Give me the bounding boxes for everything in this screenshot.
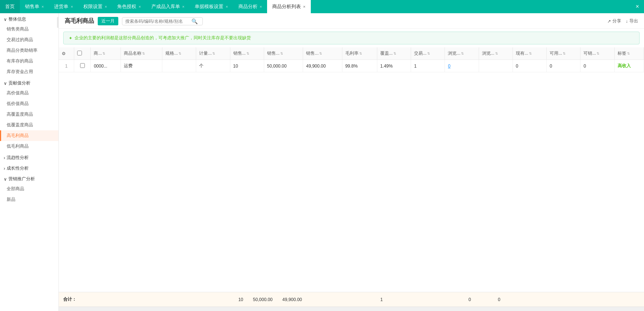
data-table-wrap: ⚙商...⇅商品名称⇅规格...⇅计量...⇅销售...⇅销售...⇅销售...… bbox=[59, 47, 644, 292]
cell-sales_amount: 50,000.00 bbox=[264, 60, 303, 72]
search-icon[interactable]: 🔍 bbox=[191, 18, 198, 24]
col-header-sales_cost[interactable]: 销售...⇅ bbox=[303, 47, 342, 60]
nav-close-icon-6[interactable]: × bbox=[226, 4, 228, 9]
col-header-code[interactable]: 商...⇅ bbox=[91, 47, 120, 60]
time-filter-button[interactable]: 近一月 bbox=[98, 17, 118, 25]
nav-close-icon-4[interactable]: × bbox=[138, 4, 141, 9]
cell-available_stock: 0 bbox=[547, 60, 580, 72]
sort-icon-spec: ⇅ bbox=[179, 52, 181, 55]
footer-sales-cost: 49,900.00 bbox=[276, 297, 306, 302]
col-header-tag[interactable]: 标签⇅ bbox=[614, 47, 644, 60]
sort-icon-sellable_stock: ⇅ bbox=[597, 52, 600, 55]
cell-tag: 高收入 bbox=[614, 60, 644, 72]
col-header-sales_amount[interactable]: 销售...⇅ bbox=[264, 47, 303, 60]
info-icon: ✦ bbox=[69, 36, 72, 41]
sidebar-item-1-1[interactable]: 低价值商品 bbox=[0, 98, 58, 109]
row-checkbox[interactable] bbox=[80, 63, 85, 68]
col-header-transaction[interactable]: 交易...⇅ bbox=[411, 47, 445, 60]
nav-close-icon-5[interactable]: × bbox=[182, 4, 184, 9]
sidebar-item-1-4[interactable]: 高毛利商品 bbox=[0, 130, 58, 141]
footer-sales-amount: 50,000.00 bbox=[247, 297, 276, 302]
cell-index: 1 bbox=[59, 60, 74, 72]
cell-checkbox bbox=[74, 60, 91, 72]
search-input[interactable] bbox=[125, 19, 191, 24]
sort-icon-unit: ⇅ bbox=[212, 52, 215, 55]
sidebar-item-4-0[interactable]: 全部商品 bbox=[0, 184, 58, 194]
sidebar-group-1[interactable]: ∨ 贡献值分析 bbox=[0, 77, 58, 88]
nav-close-icon-1[interactable]: × bbox=[42, 4, 44, 9]
sidebar-group-4[interactable]: ∨ 营销推广分析 bbox=[0, 173, 58, 184]
horizontal-scrollbar[interactable] bbox=[59, 307, 644, 311]
info-tip: ✦ 企业的主要的利润都是这部分商品创造的，可考虑加大推广，同时关注库存是不要出现… bbox=[63, 32, 640, 44]
nav-close-icon-8[interactable]: × bbox=[303, 4, 305, 9]
sidebar-group-0[interactable]: ∨ 整体信息 bbox=[0, 13, 58, 24]
export-icon: ↓ bbox=[626, 19, 628, 24]
nav-item-6[interactable]: 单据模板设置× bbox=[190, 0, 233, 13]
sort-icon-sales_amount: ⇅ bbox=[280, 52, 283, 55]
cell-view1[interactable]: 0 bbox=[445, 60, 479, 72]
sort-icon-transaction: ⇅ bbox=[427, 52, 430, 55]
settings-icon: ⚙ bbox=[62, 51, 66, 56]
cell-current_stock: 0 bbox=[512, 60, 546, 72]
sidebar-group-3[interactable]: › 成长性分析 bbox=[0, 162, 58, 173]
sidebar-item-1-0[interactable]: 高价值商品 bbox=[0, 88, 58, 98]
info-tip-text: 企业的主要的利润都是这部分商品创造的，可考虑加大推广，同时关注库存是不要出现缺货 bbox=[75, 35, 251, 41]
share-button[interactable]: ↗ 分享 bbox=[607, 18, 621, 24]
table-footer: 合计： 10 50,000.00 49,900.00 1 0 0 bbox=[59, 292, 644, 307]
header-actions: ↗ 分享 ↓ 导出 bbox=[607, 18, 638, 24]
sidebar-item-1-5[interactable]: 低毛利商品 bbox=[0, 141, 58, 152]
sidebar-collapse-button[interactable]: « bbox=[57, 17, 59, 28]
export-label: 导出 bbox=[629, 18, 638, 24]
nav-close-icon-2[interactable]: × bbox=[71, 4, 73, 9]
cell-coverage: 1.49% bbox=[377, 60, 411, 72]
col-header-margin_rate[interactable]: 毛利率⇅ bbox=[342, 47, 377, 60]
sidebar-item-0-2[interactable]: 商品分类助销率 bbox=[0, 45, 58, 56]
nav-item-4[interactable]: 角色授权× bbox=[112, 0, 146, 13]
col-header-view2[interactable]: 浏览...⇅ bbox=[479, 47, 512, 60]
cell-code: 0000... bbox=[91, 60, 120, 72]
cell-transaction: 1 bbox=[411, 60, 445, 72]
sort-icon-code: ⇅ bbox=[102, 52, 105, 55]
select-all-checkbox[interactable] bbox=[77, 51, 82, 55]
sidebar-item-0-4[interactable]: 库存资金占用 bbox=[0, 66, 58, 77]
nav-item-3[interactable]: 权限设置× bbox=[78, 0, 112, 13]
nav-item-1[interactable]: 销售单× bbox=[20, 0, 49, 13]
close-all-tabs-button[interactable]: × bbox=[631, 0, 644, 13]
sidebar-group-2[interactable]: › 流趋性分析 bbox=[0, 152, 58, 162]
nav-item-5[interactable]: 产成品入库单× bbox=[146, 0, 190, 13]
col-header-sellable_stock[interactable]: 可销...⇅ bbox=[580, 47, 614, 60]
nav-item-0[interactable]: 首页 bbox=[0, 0, 20, 13]
col-header-sales_qty[interactable]: 销售...⇅ bbox=[230, 47, 264, 60]
col-header-available_stock[interactable]: 可用...⇅ bbox=[547, 47, 580, 60]
footer-available-stock: 0 bbox=[475, 297, 504, 302]
nav-close-icon-3[interactable]: × bbox=[105, 4, 107, 9]
group-arrow-icon: ∨ bbox=[4, 17, 7, 22]
sidebar-item-4-1[interactable]: 新品 bbox=[0, 194, 58, 205]
col-header-view1[interactable]: 浏览...⇅ bbox=[445, 47, 479, 60]
sort-icon-current_stock: ⇅ bbox=[529, 52, 532, 55]
sidebar-item-1-3[interactable]: 低覆盖度商品 bbox=[0, 120, 58, 130]
col-header-settings[interactable]: ⚙ bbox=[59, 47, 74, 60]
content-header: 高毛利商品 近一月 🔍 ↗ 分享 ↓ 导出 bbox=[59, 13, 644, 29]
sidebar-item-0-0[interactable]: 销售类商品 bbox=[0, 24, 58, 35]
col-header-spec[interactable]: 规格...⇅ bbox=[162, 47, 196, 60]
col-header-name[interactable]: 商品名称⇅ bbox=[120, 47, 162, 60]
cell-spec bbox=[162, 60, 196, 72]
nav-item-8[interactable]: 商品分析列表× bbox=[267, 0, 310, 13]
sort-icon-tag: ⇅ bbox=[627, 52, 630, 55]
cell-unit: 个 bbox=[196, 60, 230, 72]
col-header-checkbox[interactable] bbox=[74, 47, 91, 60]
col-header-unit[interactable]: 计量...⇅ bbox=[196, 47, 230, 60]
export-button[interactable]: ↓ 导出 bbox=[626, 18, 638, 24]
cell-view2 bbox=[479, 60, 512, 72]
col-header-coverage[interactable]: 覆盖...⇅ bbox=[377, 47, 411, 60]
sidebar-item-0-1[interactable]: 交易过的商品 bbox=[0, 35, 58, 45]
nav-item-7[interactable]: 商品分析× bbox=[233, 0, 267, 13]
col-header-current_stock[interactable]: 现有...⇅ bbox=[512, 47, 546, 60]
table-row: 10000...运费个1050,000.0049,900.0099.8%1.49… bbox=[59, 60, 644, 72]
nav-close-icon-7[interactable]: × bbox=[260, 4, 262, 9]
sidebar-item-0-3[interactable]: 有库存的商品 bbox=[0, 56, 58, 66]
sidebar-item-1-2[interactable]: 高覆盖度商品 bbox=[0, 109, 58, 120]
nav-item-2[interactable]: 进货单× bbox=[49, 0, 78, 13]
sort-icon-available_stock: ⇅ bbox=[563, 52, 566, 55]
